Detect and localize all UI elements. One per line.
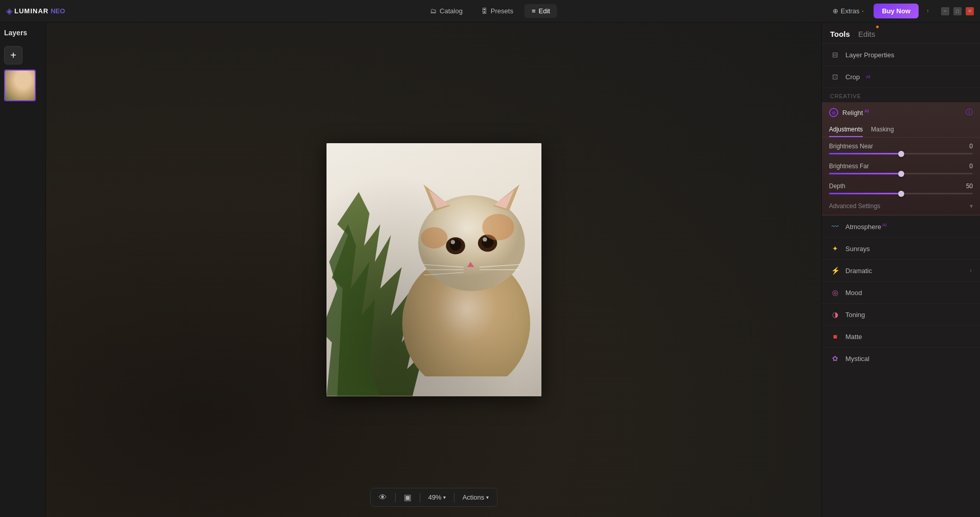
share-button[interactable]: ↑ [924,7,932,15]
toolbar-separator [395,493,396,502]
brightness-far-thumb[interactable] [898,171,904,177]
brightness-near-slider[interactable] [829,153,973,154]
toolbar-separator-3 [454,493,454,502]
sunrays-left: ✦ Sunrays [830,243,870,254]
logo-name: LUMINAR [14,7,49,15]
crop-label: Crop [845,73,860,81]
edit-nav-button[interactable]: ≡ Edit [525,4,557,18]
catalog-nav-button[interactable]: 🗂 Catalog [423,4,470,18]
crop-item[interactable]: ⊡ Crop AI [822,66,980,88]
presets-nav-button[interactable]: 🎛 Presets [474,4,520,18]
mood-item[interactable]: ◎ Mood [822,281,980,303]
depth-value: 50 [966,183,973,190]
brightness-far-label: Brightness Far [829,163,869,170]
window-controls: − □ ✕ [941,7,974,15]
relight-label: Relight AI [842,108,869,117]
actions-chevron-icon: ▾ [486,494,489,500]
buy-now-button[interactable]: Buy Now [874,4,919,18]
brightness-far-value: 0 [969,163,973,170]
edit-icon: ≡ [532,7,536,15]
tab-edits-container[interactable]: Edits [858,30,879,38]
eye-icon[interactable]: 👁 [379,493,387,502]
advanced-settings-item[interactable]: Advanced Settings ▾ [822,197,980,215]
depth-slider[interactable] [829,193,973,194]
layer-properties-icon: ⊟ [830,50,840,60]
tab-edits[interactable]: Edits [858,30,875,38]
titlebar-nav: 🗂 Catalog 🎛 Presets ≡ Edit [423,4,557,18]
brightness-far-fill [829,173,901,174]
dramatic-icon: ⚡ [830,265,840,276]
extras-dot: • [862,9,864,13]
canvas-area: 👁 ▣ 49% ▾ Actions ▾ [46,23,821,517]
relight-info-icon[interactable]: ⓘ [966,108,973,117]
actions-label: Actions [463,493,485,501]
mystical-item[interactable]: ✿ Mystical [822,347,980,369]
actions-button[interactable]: Actions ▾ [463,493,489,501]
atmosphere-item[interactable]: 〰 Atmosphere AI [822,215,980,237]
zoom-chevron-icon: ▾ [443,494,446,500]
brightness-near-value: 0 [969,143,973,150]
logo-icon: ◈ [6,6,12,16]
matte-item[interactable]: ■ Matte [822,325,980,347]
compare-icon[interactable]: ▣ [404,492,411,502]
main-layout: Layers + [0,23,980,517]
close-button[interactable]: ✕ [966,7,974,15]
layer-thumb-image [5,71,35,100]
tab-adjustments[interactable]: Adjustments [829,123,863,137]
depth-thumb[interactable] [898,191,904,197]
brightness-far-slider[interactable] [829,173,973,174]
brightness-near-thumb[interactable] [898,151,904,157]
layer-thumbnail[interactable] [4,70,36,101]
sunrays-item[interactable]: ✦ Sunrays [822,237,980,259]
panel-header: Tools Edits [822,23,980,44]
add-layer-button[interactable]: + [4,46,23,64]
brightness-near-row: Brightness Near 0 [822,138,980,158]
right-panel: Tools Edits ⊟ Layer Properties ⊡ Crop AI… [821,23,980,517]
tab-tools[interactable]: Tools [830,30,850,38]
toning-label: Toning [845,311,865,319]
brightness-near-header: Brightness Near 0 [829,143,973,150]
toning-item[interactable]: ◑ Toning [822,303,980,325]
relight-ai-badge: AI [863,108,868,114]
depth-header: Depth 50 [829,183,973,190]
layer-properties-label: Layer Properties [845,51,894,59]
titlebar-right: ⊕ Extras • Buy Now ↑ − □ ✕ [827,4,974,18]
brightness-far-row: Brightness Far 0 [822,158,980,177]
relight-header: ⊚ Relight AI ⓘ [822,102,980,123]
crop-ai-badge: AI [866,74,870,79]
atmosphere-left: 〰 Atmosphere AI [830,221,887,232]
brightness-near-label: Brightness Near [829,143,873,150]
zoom-control[interactable]: 49% ▾ [428,493,446,501]
toning-left: ◑ Toning [830,309,865,320]
app-logo: ◈ LUMINAR NEO [6,6,65,16]
matte-icon: ■ [830,331,840,342]
edits-notification-dot [876,26,879,28]
tab-masking[interactable]: Masking [871,123,894,137]
brightness-far-header: Brightness Far 0 [829,163,973,170]
dramatic-item[interactable]: ⚡ Dramatic › [822,259,980,281]
brightness-near-fill [829,153,901,154]
relight-tabs: Adjustments Masking [822,123,980,138]
creative-section-header: Creative [822,88,980,102]
minimize-button[interactable]: − [941,7,949,15]
dramatic-left: ⚡ Dramatic [830,265,872,276]
relight-icon: ⊚ [829,108,838,117]
atmosphere-icon: 〰 [830,221,840,232]
mystical-label: Mystical [845,355,869,363]
extras-icon: ⊕ [833,7,838,15]
mood-left: ◎ Mood [830,287,862,298]
mystical-icon: ✿ [830,353,840,364]
layer-properties-item[interactable]: ⊟ Layer Properties [822,44,980,66]
zoom-value: 49% [428,493,442,501]
canvas-image [326,143,541,396]
toolbar-separator-2 [420,493,420,502]
atmosphere-label: Atmosphere AI [845,222,887,231]
advanced-settings-label: Advanced Settings [829,203,880,210]
crop-icon: ⊡ [830,72,840,82]
bottom-toolbar: 👁 ▣ 49% ▾ Actions ▾ [370,488,498,507]
extras-button[interactable]: ⊕ Extras • [827,5,869,17]
shadow-overlay [326,143,541,396]
maximize-button[interactable]: □ [953,7,962,15]
sunrays-icon: ✦ [830,243,840,254]
atmosphere-ai-badge: AI [881,222,887,228]
